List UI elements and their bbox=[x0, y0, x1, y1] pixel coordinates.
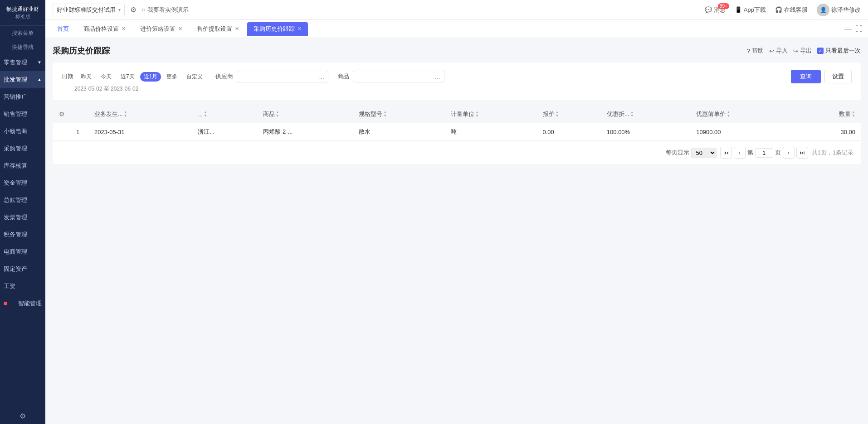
settings-icon[interactable]: ⚙ bbox=[130, 5, 137, 14]
user-menu[interactable]: 👤 徐泽华修改 bbox=[817, 4, 861, 16]
page-label: 第 bbox=[747, 149, 753, 157]
next-page-button[interactable]: › bbox=[783, 147, 795, 159]
sidebar-item-ecommerce[interactable]: 电商管理 bbox=[0, 243, 45, 260]
history-table: ⚙ 业务发生... ▲▼ ... bbox=[53, 106, 861, 141]
headset-icon: 🎧 bbox=[775, 6, 782, 13]
sort-icon: ▲▼ bbox=[556, 111, 559, 118]
quick-nav[interactable]: 快捷导航 bbox=[0, 41, 45, 54]
cell-date: 2023-05-31 bbox=[89, 123, 192, 141]
tab-history[interactable]: 采购历史价跟踪 ✕ bbox=[247, 22, 308, 36]
phone-icon: 📱 bbox=[735, 6, 742, 13]
product-input[interactable] bbox=[357, 73, 433, 80]
close-icon[interactable]: ✕ bbox=[178, 26, 182, 32]
date-more[interactable]: 更多 bbox=[163, 72, 181, 82]
prev-page-button[interactable]: ‹ bbox=[734, 147, 746, 159]
date-custom[interactable]: 自定义 bbox=[183, 72, 206, 82]
date-1month[interactable]: 近1月 bbox=[140, 72, 161, 82]
column-unit-price[interactable]: 优惠前单价 ▲▼ bbox=[691, 106, 796, 123]
sidebar-item-ai[interactable]: 智能管理 bbox=[0, 295, 45, 312]
tab-controls: — ⛶ bbox=[844, 25, 863, 33]
sidebar-item-retail[interactable]: 零售管理 ▼ bbox=[0, 54, 45, 71]
close-icon[interactable]: ✕ bbox=[297, 26, 302, 32]
sidebar-item-marketing[interactable]: 营销推广 bbox=[0, 88, 45, 106]
export-button[interactable]: ↪ 导出 bbox=[793, 47, 812, 55]
sidebar-item-purchase[interactable]: 采购管理 bbox=[0, 140, 45, 157]
product-label: 商品 bbox=[337, 72, 349, 81]
search-menu[interactable]: 搜索菜单 bbox=[0, 26, 45, 41]
sidebar-item-ecommerce-small[interactable]: 小畅电商 bbox=[0, 123, 45, 140]
import-button[interactable]: ↩ 导入 bbox=[769, 47, 788, 55]
date-today[interactable]: 今天 bbox=[97, 72, 115, 82]
page-input[interactable] bbox=[755, 148, 773, 158]
pagination: 每页显示 50 100 200 ⏮ ‹ 第 页 › ⏭ 共1页，1条记录 bbox=[53, 141, 861, 164]
sidebar-item-finance[interactable]: 资金管理 bbox=[0, 174, 45, 192]
minimize-icon[interactable]: — bbox=[844, 25, 852, 33]
sort-icon: ▲▼ bbox=[630, 111, 634, 118]
last-page-button[interactable]: ⏭ bbox=[796, 147, 808, 159]
column-product[interactable]: 商品 ▲▼ bbox=[258, 106, 354, 123]
messages-button[interactable]: 💬 消息 99+ bbox=[705, 6, 726, 14]
close-icon[interactable]: ✕ bbox=[235, 26, 239, 32]
first-page-button[interactable]: ⏮ bbox=[720, 147, 732, 159]
cell-spec: 散水 bbox=[353, 123, 445, 141]
message-icon: 💬 bbox=[705, 6, 712, 13]
close-icon[interactable]: ✕ bbox=[122, 26, 126, 32]
sidebar-item-assets[interactable]: 固定资产 bbox=[0, 260, 45, 278]
sidebar-item-wholesale[interactable]: 批发管理 ▲ bbox=[0, 71, 45, 88]
expand-icon[interactable]: ⛶ bbox=[855, 25, 863, 33]
product-dots[interactable]: ... bbox=[435, 73, 440, 80]
sidebar-item-sales[interactable]: 销售管理 bbox=[0, 106, 45, 123]
product-input-wrap: ... bbox=[353, 71, 444, 82]
product-filter: 商品 ... bbox=[337, 71, 444, 82]
logo-title: 畅捷通好业财 bbox=[4, 5, 42, 13]
settings-button[interactable]: 设置 bbox=[824, 70, 852, 83]
sort-icon: ▲▼ bbox=[475, 111, 479, 118]
date-range-display: 2023-05-02 至 2023-06-02 bbox=[74, 85, 852, 93]
cell-product: 丙烯酸-2-... bbox=[258, 123, 354, 141]
query-button[interactable]: 查询 bbox=[791, 70, 821, 83]
sidebar-item-invoice[interactable]: 发票管理 bbox=[0, 209, 45, 226]
tab-home[interactable]: 首页 bbox=[51, 22, 75, 36]
column-discount[interactable]: 优惠折... ▲▼ bbox=[601, 106, 691, 123]
cell-quantity: 30.00 bbox=[797, 123, 861, 141]
tab-price[interactable]: 商品价格设置 ✕ bbox=[77, 22, 132, 36]
sidebar-item-ledger[interactable]: 总账管理 bbox=[0, 192, 45, 209]
help-button[interactable]: ? 帮助 bbox=[747, 47, 764, 55]
tab-extract[interactable]: 售价提取设置 ✕ bbox=[190, 22, 245, 36]
help-icon: ? bbox=[747, 48, 750, 54]
column-unit[interactable]: 计量单位 ▲▼ bbox=[445, 106, 537, 123]
demo-link[interactable]: ○ 我要看实例演示 bbox=[142, 6, 189, 14]
sort-icon: ▲▼ bbox=[276, 111, 279, 118]
gear-icon[interactable]: ⚙ bbox=[59, 111, 65, 118]
filter-row: 日期 昨天 今天 近7天 近1月 更多 自定义 供应商 ... bbox=[62, 70, 852, 83]
only-last-toggle[interactable]: ✓ 只看最后一次 bbox=[817, 47, 861, 55]
tab-strategy[interactable]: 进价策略设置 ✕ bbox=[134, 22, 189, 36]
sort-icon: ▲▼ bbox=[124, 111, 127, 118]
column-quantity[interactable]: 数量 ▲▼ bbox=[797, 106, 861, 123]
user-name: 徐泽华修改 bbox=[831, 6, 861, 14]
per-page-select[interactable]: 50 100 200 bbox=[691, 148, 717, 158]
date-yesterday[interactable]: 昨天 bbox=[77, 72, 95, 82]
supplier-dots[interactable]: ... bbox=[319, 73, 324, 80]
topbar: 好业财标准版交付试用 ▾ ⚙ ○ 我要看实例演示 💬 消息 99+ 📱 App下… bbox=[45, 0, 868, 20]
online-service-button[interactable]: 🎧 在线客服 bbox=[775, 6, 808, 14]
import-icon: ↩ bbox=[769, 48, 774, 54]
sidebar-item-tax[interactable]: 税务管理 bbox=[0, 226, 45, 243]
date-7days[interactable]: 近7天 bbox=[117, 72, 138, 82]
column-date[interactable]: 业务发生... ▲▼ bbox=[89, 106, 192, 123]
settings-icon[interactable]: ⚙ bbox=[20, 412, 26, 420]
column-spec[interactable]: 规格型号 ▲▼ bbox=[353, 106, 445, 123]
sidebar-item-salary[interactable]: 工资 bbox=[0, 278, 45, 295]
sort-icon: ▲▼ bbox=[383, 111, 387, 118]
version-selector[interactable]: 好业财标准版交付试用 ▾ bbox=[53, 4, 125, 16]
sidebar-item-inventory[interactable]: 库存核算 bbox=[0, 157, 45, 174]
date-label: 日期 bbox=[62, 72, 73, 81]
page-total: 共1页，1条记录 bbox=[812, 149, 853, 157]
supplier-input[interactable] bbox=[241, 73, 317, 80]
cell-price: 0.00 bbox=[537, 123, 601, 141]
app-download-button[interactable]: 📱 App下载 bbox=[735, 6, 766, 14]
date-filter: 日期 昨天 今天 近7天 近1月 更多 自定义 bbox=[62, 72, 206, 82]
column-more[interactable]: ... ▲▼ bbox=[192, 106, 257, 123]
column-price[interactable]: 报价 ▲▼ bbox=[537, 106, 601, 123]
column-index bbox=[71, 106, 89, 123]
